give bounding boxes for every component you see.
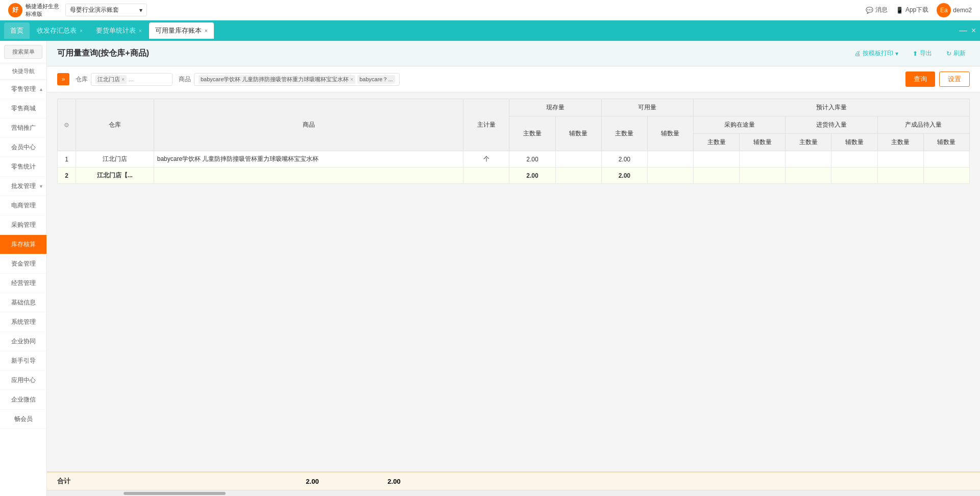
sidebar-item-label: 批发管理 <box>11 182 36 191</box>
warehouse-tag: 江北门店 × <box>95 75 127 84</box>
sidebar-item-purchase[interactable]: 采购管理 <box>0 216 46 235</box>
product-input[interactable]: babycare学饮杯 儿童防摔防撞吸管杯重力球吸嘴杯宝宝水杯 × babyca… <box>194 73 400 86</box>
print-btn[interactable]: 🖨 按模板打印 ▾ <box>850 47 902 60</box>
tab-available-stock[interactable]: 可用量库存账本 × <box>149 22 214 39</box>
settings-button[interactable]: 设置 <box>939 72 970 87</box>
sidebar-item-label: 电商管理 <box>11 201 36 210</box>
cell-unit <box>463 168 509 184</box>
sidebar-item-label: 基础信息 <box>11 298 36 307</box>
sidebar-item-retail-stats[interactable]: 零售统计 <box>0 157 46 177</box>
cell-stock-aux <box>555 151 601 168</box>
product-tag1: babycare学饮杯 儿童防摔防撞吸管杯重力球吸嘴杯宝宝水杯 × <box>199 75 355 84</box>
gear-icon[interactable]: ⚙ <box>64 122 69 129</box>
col-inbound-main: 主数量 <box>786 134 831 151</box>
col-avail-aux: 辅数量 <box>647 116 693 151</box>
query-button[interactable]: 查询 <box>905 72 935 87</box>
table-container[interactable]: ⚙ 仓库 商品 主计量 现存量 可用量 预计入库量 主数量 辅数量 主数量 辅数… <box>47 92 980 471</box>
search-menu-btn[interactable]: 搜索菜单 <box>4 45 42 59</box>
avatar: Ea <box>937 3 951 17</box>
warehouse-filter-label: 仓库 <box>76 75 88 84</box>
cell-index: 1 <box>58 151 76 168</box>
industry-selector[interactable]: 母婴行业演示账套 ▾ <box>65 4 147 16</box>
filter-actions: 查询 设置 <box>905 72 970 87</box>
warehouse-more[interactable]: ... <box>129 76 134 83</box>
cell-inbound-main <box>786 168 831 184</box>
sidebar-item-system[interactable]: 系统管理 <box>0 313 46 332</box>
sidebar-item-label: 库存核算 <box>11 240 36 249</box>
filter-expand-btn[interactable]: » <box>57 73 69 85</box>
sidebar-item-enterprise[interactable]: 企业协同 <box>0 332 46 351</box>
total-stock-main: 2.00 <box>292 478 333 485</box>
tab-home[interactable]: 首页 <box>4 22 30 39</box>
col-goods-pending: 进货待入量 <box>786 116 877 134</box>
quick-nav-btn[interactable]: 快捷导航 <box>0 63 46 80</box>
user-menu[interactable]: Ea demo2 <box>937 3 972 17</box>
sidebar-item-newbie[interactable]: 新手引导 <box>0 351 46 371</box>
sidebar-item-ecommerce[interactable]: 电商管理 <box>0 196 46 216</box>
sidebar-item-app-center[interactable]: 应用中心 <box>0 371 46 390</box>
sidebar-item-retail-mall[interactable]: 零售商城 <box>0 99 46 119</box>
cell-prod-aux <box>923 168 969 184</box>
sidebar-item-basics[interactable]: 基础信息 <box>0 293 46 313</box>
sidebar-item-finance[interactable]: 资金管理 <box>0 254 46 274</box>
window-close-btn[interactable]: × <box>971 26 976 35</box>
col-main-unit: 主计量 <box>463 99 509 151</box>
tab-receipts-close[interactable]: × <box>80 28 83 34</box>
cell-prod-aux <box>923 151 969 168</box>
tab-order-stats-close[interactable]: × <box>139 28 142 34</box>
cell-product <box>154 168 463 184</box>
app-download-btn[interactable]: 📱 App下载 <box>896 6 928 14</box>
cell-unit: 个 <box>463 151 509 168</box>
sidebar-item-label: 零售商城 <box>11 104 36 113</box>
product-tag1-close[interactable]: × <box>350 77 353 82</box>
sidebar-search: 搜索菜单 <box>0 41 46 63</box>
tab-order-stats[interactable]: 要货单统计表 × <box>90 22 148 39</box>
export-btn[interactable]: ⬆ 导出 <box>909 47 936 60</box>
main-layout: 搜索菜单 快捷导航 零售管理 ▲ 零售商城 营销推广 会员中心 零售统计 批发管… <box>0 41 980 496</box>
col-warehouse: 仓库 <box>76 99 154 151</box>
sidebar-item-label: 经营管理 <box>11 279 36 288</box>
cell-avail-aux <box>647 168 693 184</box>
sidebar-item-wholesale[interactable]: 批发管理 ▼ <box>0 177 46 196</box>
cell-index: 2 <box>58 168 76 184</box>
scrollbar-container[interactable] <box>47 490 980 496</box>
total-avail-main: 2.00 <box>374 478 414 485</box>
col-stock-main: 主数量 <box>509 116 555 151</box>
col-avail-main: 主数量 <box>601 116 647 151</box>
cell-prod-main <box>877 151 923 168</box>
cell-stock-main: 2.00 <box>509 151 555 168</box>
sidebar-item-inventory[interactable]: 库存核算 <box>0 235 46 254</box>
logo-text: 畅捷通好生意 标准版 <box>26 3 59 17</box>
table-row: 1 江北门店 babycare学饮杯 儿童防摔防撞吸管杯重力球吸嘴杯宝宝水杯 个… <box>58 151 970 168</box>
scrollbar-thumb[interactable] <box>124 492 226 495</box>
tab-available-stock-close[interactable]: × <box>205 28 208 34</box>
logo-area: 好 畅捷通好生意 标准版 <box>8 3 59 17</box>
refresh-btn[interactable]: ↻ 刷新 <box>942 47 970 60</box>
sidebar-item-member[interactable]: 会员中心 <box>0 138 46 157</box>
sidebar-item-label: 营销推广 <box>11 124 36 132</box>
sidebar-item-operations[interactable]: 经营管理 <box>0 274 46 293</box>
tab-receipts[interactable]: 收发存汇总表 × <box>31 22 89 39</box>
cell-inbound-main <box>786 151 831 168</box>
sidebar: 搜索菜单 快捷导航 零售管理 ▲ 零售商城 营销推广 会员中心 零售统计 批发管… <box>0 41 47 496</box>
message-btn[interactable]: 💬 消息 <box>866 6 888 14</box>
warehouse-input[interactable]: 江北门店 × ... <box>91 73 173 86</box>
window-minimize-btn[interactable]: — <box>959 26 967 35</box>
warehouse-tag-close[interactable]: × <box>121 77 125 82</box>
sidebar-item-vip[interactable]: 畅会员 <box>0 410 46 429</box>
sidebar-item-label: 畅会员 <box>14 415 33 423</box>
sidebar-item-label: 系统管理 <box>11 318 36 326</box>
top-bar-right: 💬 消息 📱 App下载 Ea demo2 <box>866 3 972 17</box>
top-bar: 好 畅捷通好生意 标准版 母婴行业演示账套 ▾ 💬 消息 📱 App下载 Ea … <box>0 0 980 20</box>
content-area: 可用量查询(按仓库+商品) 🖨 按模板打印 ▾ ⬆ 导出 ↻ 刷新 » <box>47 41 980 496</box>
home-tab-label: 首页 <box>10 26 23 35</box>
col-stock-aux: 辅数量 <box>555 116 601 151</box>
sidebar-item-label: 资金管理 <box>11 259 36 268</box>
order-stats-tab-label: 要货单统计表 <box>96 26 136 35</box>
cell-stock-aux <box>555 168 601 184</box>
cell-p-transit-aux <box>740 151 786 168</box>
product-filter-group: 商品 babycare学饮杯 儿童防摔防撞吸管杯重力球吸嘴杯宝宝水杯 × bab… <box>179 73 400 86</box>
sidebar-item-marketing[interactable]: 营销推广 <box>0 119 46 138</box>
sidebar-item-enterprise-wechat[interactable]: 企业微信 <box>0 390 46 410</box>
sidebar-item-retail-mgmt[interactable]: 零售管理 ▲ <box>0 80 46 99</box>
